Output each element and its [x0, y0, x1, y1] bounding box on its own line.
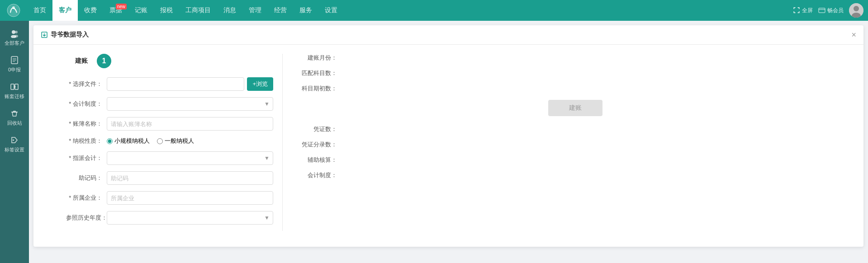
history-year-row: 参照历史年度： ▼: [47, 211, 273, 225]
sidebar-item-account-transfer[interactable]: 账套迁移: [0, 79, 29, 103]
nav-invoices[interactable]: 票据 new: [103, 0, 128, 21]
company-row: * 所属企业：: [47, 191, 273, 205]
svg-point-9: [14, 35, 18, 38]
dialog-title: 导爷数据导入: [41, 31, 89, 39]
assign-accountant-label: * 指派会计：: [66, 154, 107, 162]
tax-type-small-label: 小规模纳税人: [114, 137, 150, 145]
fullscreen-button[interactable]: 全屏: [793, 7, 813, 14]
svg-rect-11: [11, 84, 14, 89]
info-accounting-system-row: 会计制度：: [301, 171, 850, 179]
nav-settings[interactable]: 设置: [318, 0, 344, 21]
close-button[interactable]: ×: [851, 31, 856, 39]
nav-fees[interactable]: 收费: [78, 0, 103, 21]
info-aux-row: 辅助核算：: [301, 156, 850, 164]
nav-operations[interactable]: 经营: [268, 0, 293, 21]
step-label: 建账: [75, 57, 88, 64]
svg-point-0: [7, 4, 20, 17]
ledger-name-row: * 账簿名称：: [47, 117, 273, 131]
member-label: 畅会员: [827, 7, 844, 14]
sidebar-item-all-customers[interactable]: 全部客户: [0, 25, 29, 50]
info-match-row: 匹配科目数：: [301, 69, 850, 77]
nav-home[interactable]: 首页: [27, 0, 52, 21]
memo-code-label: 助记码：: [66, 174, 107, 182]
sidebar: 全部客户 0申报 账套迁移 回收站: [0, 21, 29, 263]
nav-right: 全屏 畅会员: [793, 3, 863, 18]
sidebar-all-customers-label: 全部客户: [5, 40, 24, 47]
assign-accountant-row: * 指派会计： ▼: [47, 151, 273, 165]
step-header: 建账 1: [47, 54, 273, 68]
svg-point-1: [12, 6, 15, 9]
sidebar-account-transfer-label: 账套迁移: [5, 93, 24, 100]
accounting-system-label: * 会计制度：: [66, 100, 107, 108]
step-circle: 1: [97, 54, 111, 68]
sidebar-item-zero-report[interactable]: 0申报: [0, 52, 29, 77]
tax-type-general-label: 一般纳税人: [165, 137, 194, 145]
tax-type-label: * 纳税性质：: [66, 137, 107, 145]
info-month-label: 建账月份：: [301, 54, 342, 62]
nav-management[interactable]: 管理: [242, 0, 268, 21]
info-voucher-row: 凭证数：: [301, 125, 850, 133]
history-year-select-wrapper: ▼: [107, 211, 273, 225]
info-initial-label: 科目期初数：: [301, 85, 342, 93]
build-account-button[interactable]: 建账: [548, 100, 602, 116]
svg-point-6: [12, 30, 15, 34]
accounting-system-row: * 会计制度： ▼: [47, 97, 273, 111]
info-voucher-entries-row: 凭证分录数：: [301, 141, 850, 149]
nav-tax[interactable]: 报税: [154, 0, 179, 21]
tax-type-general-radio[interactable]: 一般纳税人: [157, 137, 194, 145]
info-section: 建账月份： 匹配科目数： 科目期初数： 建账: [282, 54, 850, 231]
history-year-select[interactable]: [107, 211, 273, 225]
accounting-system-select[interactable]: [107, 97, 273, 111]
file-row: +浏览: [107, 77, 273, 91]
file-select-row: * 选择文件： +浏览: [47, 77, 273, 91]
ledger-name-label: * 账簿名称：: [66, 120, 107, 128]
memo-code-input[interactable]: [107, 171, 273, 185]
user-avatar[interactable]: [849, 3, 863, 18]
content-area: 导爷数据导入 × 建账 1 * 选择文件：: [29, 21, 868, 263]
dialog-body: 建账 1 * 选择文件： +浏览 * 会计制度：: [33, 45, 863, 240]
svg-rect-2: [819, 8, 825, 13]
top-nav: 首页 客户 收费 票据 new 记账 报税 工商项目 消息 管理 经营 服务 设…: [0, 0, 868, 21]
assign-accountant-select[interactable]: [107, 151, 273, 165]
sidebar-zero-report-label: 0申报: [8, 66, 21, 73]
info-voucher-label: 凭证数：: [301, 125, 342, 133]
app-logo: [5, 1, 23, 19]
company-input[interactable]: [107, 191, 273, 205]
svg-point-4: [854, 6, 859, 11]
form-section: 建账 1 * 选择文件： +浏览 * 会计制度：: [47, 54, 273, 231]
member-button[interactable]: 畅会员: [818, 7, 844, 14]
history-year-label: 参照历史年度：: [66, 214, 107, 222]
nav-messages[interactable]: 消息: [217, 0, 242, 21]
accounting-system-select-wrapper: ▼: [107, 97, 273, 111]
tax-type-row: * 纳税性质： 小规模纳税人 一般纳税人: [47, 137, 273, 145]
sidebar-recycle-label: 回收站: [7, 120, 22, 127]
dialog-title-text: 导爷数据导入: [51, 31, 89, 39]
sidebar-item-recycle[interactable]: 回收站: [0, 105, 29, 130]
info-initial-row: 科目期初数：: [301, 85, 850, 93]
import-icon: [41, 31, 48, 38]
fullscreen-label: 全屏: [802, 7, 813, 14]
company-label: * 所属企业：: [66, 194, 107, 202]
nav-business-projects[interactable]: 工商项目: [179, 0, 217, 21]
sidebar-tag-settings-label: 标签设置: [5, 146, 24, 153]
new-badge: new: [116, 4, 127, 9]
browse-button[interactable]: +浏览: [247, 77, 273, 91]
memo-code-row: 助记码：: [47, 171, 273, 185]
assign-accountant-select-wrapper: ▼: [107, 151, 273, 165]
nav-customers[interactable]: 客户: [52, 0, 78, 21]
file-input[interactable]: [107, 77, 244, 91]
file-label: * 选择文件：: [66, 80, 107, 88]
ledger-name-input[interactable]: [107, 117, 273, 131]
info-voucher-entries-label: 凭证分录数：: [301, 141, 342, 149]
svg-point-13: [13, 140, 14, 141]
info-match-label: 匹配科目数：: [301, 69, 342, 77]
nav-services[interactable]: 服务: [293, 0, 318, 21]
nav-items: 首页 客户 收费 票据 new 记账 报税 工商项目 消息 管理 经营 服务 设…: [27, 0, 793, 21]
info-aux-label: 辅助核算：: [301, 156, 342, 164]
dialog-header: 导爷数据导入 ×: [33, 25, 863, 45]
sidebar-item-tag-settings[interactable]: 标签设置: [0, 132, 29, 157]
tax-type-small-radio[interactable]: 小规模纳税人: [107, 137, 150, 145]
nav-bookkeeping[interactable]: 记账: [128, 0, 154, 21]
dialog-panel: 导爷数据导入 × 建账 1 * 选择文件：: [33, 25, 863, 247]
svg-point-8: [15, 31, 18, 33]
